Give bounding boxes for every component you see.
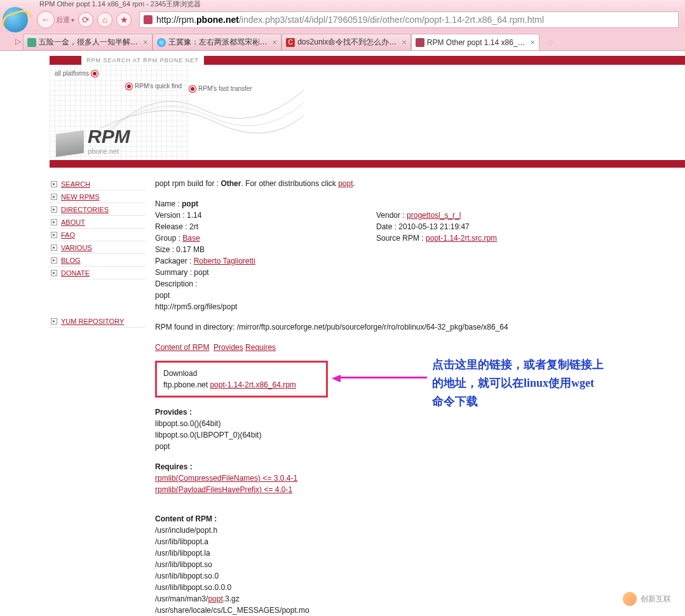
require-link-0[interactable]: rpmlib(CompressedFileNames) <= 3.0.4-1 [155, 474, 297, 483]
desc2: http://rpm5.org/files/popt [155, 301, 675, 312]
bullet-icon: ▸ [51, 206, 57, 213]
page-body: RPM SEARCH AT RPM.PBONE.NET all platform… [0, 56, 685, 616]
provides-section: Provides : libpopt.so.0()(64bit) libpopt… [155, 406, 675, 452]
sidebar: ▸SEARCH ▸NEW RPMS ▸DIRECTORIES ▸ABOUT ▸F… [50, 178, 145, 616]
group-link[interactable]: Base [182, 234, 200, 243]
tab-3-label: RPM Other popt 1.14 x86_… [427, 38, 526, 47]
requires-section: Requires : rpmlib(CompressedFileNames) <… [155, 461, 675, 495]
cn-annotation: 点击这里的链接，或者复制链接上的地址，就可以在linux使用wget命令下载 [432, 356, 604, 410]
summary: Summary : popt [155, 267, 675, 278]
sidebar-item-donate[interactable]: ▸DONATE [50, 267, 145, 279]
version: Version : 1.14 [155, 210, 376, 221]
red-bar [204, 56, 685, 65]
link-requires[interactable]: Requires [245, 343, 276, 352]
date: Date : 2010-05-13 21:19:47 [376, 221, 675, 232]
srcrpm-link[interactable]: popt-1.14-2rt.src.rpm [426, 234, 497, 243]
rpm-box-icon [56, 130, 84, 157]
tab-0-label: 五险一金，很多人一知半解… [39, 37, 138, 48]
home-button[interactable]: ⌂ [97, 12, 112, 27]
rpm-logo-text: RPM [88, 126, 130, 147]
require-link-1[interactable]: rpmlib(PayloadFilesHavePrefix) <= 4.0-1 [155, 485, 292, 494]
found-line: RPM found in directory: /mirror/ftp.sour… [155, 321, 675, 333]
sidebar-item-directories[interactable]: ▸DIRECTORIES [50, 203, 145, 216]
tab-2[interactable]: C dos2unix命令找不到怎么办… × [281, 34, 411, 50]
popt-link[interactable]: popt [338, 179, 353, 188]
tab-3[interactable]: RPM Other popt 1.14 x86_… × [411, 34, 539, 50]
description-label: Description : [155, 278, 675, 290]
banner-label: RPM SEARCH AT RPM.PBONE.NET [81, 56, 204, 65]
sidebar-item-search[interactable]: ▸SEARCH [50, 178, 145, 191]
tab-strip: ▷ 五险一金，很多人一知半解… × 王冀豫：左右两派都骂宋彬… × C dos2… [0, 32, 685, 51]
tab-0-close-icon[interactable]: × [143, 37, 148, 47]
back-button[interactable]: ← [37, 11, 55, 29]
refresh-button[interactable]: ⟳ [78, 12, 93, 27]
sidebar-item-yum[interactable]: ▸YUM REPOSITORY [50, 315, 145, 328]
annotation-wrap: Download ftp.pbone.net popt-1.14-2rt.x86… [155, 361, 675, 398]
sidebar-item-about[interactable]: ▸ABOUT [50, 216, 145, 229]
size: Size : 0.17 MB [155, 244, 675, 255]
bullet-icon: ▸ [51, 270, 57, 276]
heart-icon[interactable]: ♡ [543, 37, 556, 50]
vendor-link[interactable]: progettosl_s_r_l [407, 211, 461, 220]
release: Release : 2rt [155, 221, 376, 232]
watermark-icon [623, 592, 637, 606]
tab-handle-icon[interactable]: ▷ [13, 32, 23, 50]
bullet-icon: ▸ [51, 219, 57, 225]
intro-line: popt rpm build for : Other. For other di… [155, 178, 675, 189]
window-title: RPM Other popt 1.14 x86_64 rpm - 2345王牌浏… [39, 0, 201, 9]
bullet-icon: ▸ [51, 194, 57, 200]
tab-2-label: dos2unix命令找不到怎么办… [297, 37, 397, 48]
watermark-text: 创新互联 [641, 594, 671, 605]
favorite-button[interactable]: ★ [116, 12, 132, 27]
dot-quickfind[interactable]: RPM's quick find [126, 83, 182, 90]
watermark: 创新互联 [616, 589, 677, 608]
download-link[interactable]: popt-1.14-2rt.x86_64.rpm [210, 380, 295, 389]
bullet-icon: ▸ [51, 244, 57, 251]
content-area: popt rpm build for : Other. For other di… [145, 178, 685, 616]
tab-0-icon [27, 38, 36, 47]
site-icon [144, 15, 153, 24]
sidebar-item-faq[interactable]: ▸FAQ [50, 229, 145, 241]
bullet-icon: ▸ [51, 318, 57, 325]
rpm-logo: RPM pbone.net [56, 126, 130, 155]
tab-3-icon [416, 38, 424, 47]
url-bar[interactable]: http://rpm.pbone.net/index.php3/stat/4/i… [139, 11, 679, 28]
tab-0[interactable]: 五险一金，很多人一知半解… × [23, 34, 153, 50]
tab-1-close-icon[interactable]: × [273, 37, 278, 47]
sidebar-item-blog[interactable]: ▸BLOG [50, 254, 145, 267]
browser-titlebar: RPM Other popt 1.14 x86_64 rpm - 2345王牌浏… [0, 0, 685, 8]
back-label: 后退 [56, 15, 70, 25]
desc1: popt [155, 290, 675, 301]
packager-link[interactable]: Roberto Taglioretti [194, 257, 255, 265]
browser-logo-icon [3, 7, 28, 32]
rpm-logo-sub: pbone.net [88, 147, 130, 155]
bullet-icon: ▸ [51, 232, 57, 238]
sidebar-item-newrpms[interactable]: ▸NEW RPMS [50, 191, 145, 203]
browser-toolbar: ← 后退 ▾ ⟳ ⌂ ★ http://rpm.pbone.net/index.… [0, 8, 685, 32]
arrow-icon [332, 373, 427, 378]
bullet-icon: ▸ [51, 257, 57, 264]
sidebar-item-various[interactable]: ▸VARIOUS [50, 241, 145, 254]
link-content[interactable]: Content of RPM [155, 343, 209, 352]
red-accent [50, 56, 81, 65]
tab-3-close-icon[interactable]: × [531, 37, 536, 47]
download-box: Download ftp.pbone.net popt-1.14-2rt.x86… [155, 361, 328, 398]
info-block: Name : popt Version : 1.14 Vendor : prog… [155, 198, 675, 312]
tab-1[interactable]: 王冀豫：左右两派都骂宋彬… × [153, 34, 282, 50]
contentrpm-section: Content of RPM : /usr/include/popt.h /us… [155, 513, 675, 616]
tab-1-icon [157, 38, 166, 47]
top-banner: RPM SEARCH AT RPM.PBONE.NET [50, 56, 685, 65]
header-area: all platforms RPM's quick find RPM's fas… [50, 65, 685, 160]
download-label: Download [163, 368, 320, 379]
url-text: http://rpm.pbone.net/index.php3/stat/4/i… [156, 15, 544, 25]
man-link[interactable]: popt [208, 594, 222, 603]
bullet-icon: ▸ [51, 181, 57, 187]
tab-2-close-icon[interactable]: × [402, 37, 407, 47]
divider-red [50, 160, 685, 168]
jump-links: Content of RPM Provides Requires [155, 342, 675, 353]
tab-1-label: 王冀豫：左右两派都骂宋彬… [168, 37, 268, 48]
dot-allplatforms[interactable]: all platforms [55, 70, 98, 77]
link-provides[interactable]: Provides [214, 343, 243, 352]
tab-2-icon: C [286, 38, 295, 47]
dot-fasttransfer[interactable]: RPM's fast transfer [189, 85, 252, 92]
